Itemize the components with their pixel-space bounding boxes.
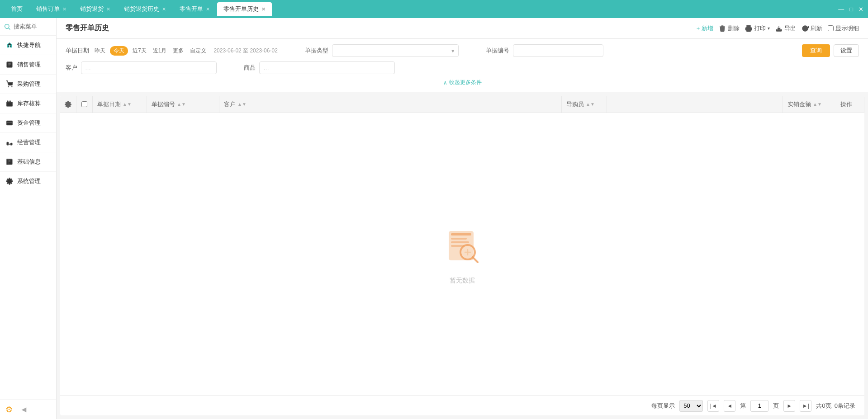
tab-label: 零售开单 [180,5,203,13]
sidebar-item-finance[interactable]: 资金管理 [0,113,56,133]
prev-page-btn[interactable]: ◄ [724,400,735,412]
first-page-btn[interactable]: |◄ [707,400,719,412]
svg-line-21 [473,257,478,262]
date-today[interactable]: 今天 [110,46,128,56]
tab-bar: 首页 销售订单 ✕ 销货退货 ✕ 销货退货历史 ✕ 零售开单 ✕ 零售开单历史 … [5,2,838,16]
delete-label: 删除 [728,24,740,33]
sidebar-item-label: 销售管理 [17,61,41,69]
sort-icon: ▲▼ [123,102,132,107]
date-range-display: 2023-06-02 至 2023-06-02 [213,47,277,55]
sidebar-item-management[interactable]: 经营管理 [0,133,56,152]
setting-button[interactable]: 设置 [834,44,859,57]
close-icon[interactable]: ✕ [106,6,110,12]
svg-rect-8 [6,121,12,125]
tab-sales-order[interactable]: 销售订单 ✕ [30,2,73,16]
query-button[interactable]: 查询 [802,44,830,57]
last-page-btn[interactable]: ►| [800,400,811,412]
bill-no-input[interactable] [513,44,603,57]
close-icon[interactable]: ✕ [162,6,166,12]
info-icon [5,158,14,166]
collapse-icon[interactable]: ◄ [20,405,28,414]
date-yesterday[interactable]: 昨天 [93,46,107,56]
select-all-checkbox[interactable] [81,101,87,107]
customer-label: 客户 [66,64,77,72]
close-icon[interactable]: ✕ [62,6,66,12]
refresh-label: 刷新 [811,24,822,33]
date-7days[interactable]: 近7天 [131,46,148,56]
sidebar-item-label: 快捷导航 [17,41,41,49]
goods-input[interactable]: … [259,61,395,74]
bill-type-select[interactable]: ▾ [332,44,459,57]
svg-point-5 [8,86,9,87]
th-customer-label: 客户 [224,100,236,108]
add-button[interactable]: + 新增 [697,24,713,33]
system-icon [5,177,14,185]
close-btn[interactable]: ✕ [859,6,863,13]
chevron-up-icon: ∧ [443,80,447,86]
date-1month[interactable]: 近1月 [151,46,169,56]
th-date[interactable]: 单据日期 ▲▼ [93,96,147,113]
customer-placeholder: … [85,65,91,71]
per-page-select[interactable]: 50 100 [679,400,703,412]
tab-home[interactable]: 首页 [5,2,29,16]
close-icon[interactable]: ✕ [206,6,210,12]
date-more[interactable]: 更多 [171,46,185,56]
sidebar-item-info[interactable]: 基础信息 [0,152,56,172]
th-guide[interactable]: 导购员 ▲▼ [562,96,607,113]
tab-sales-return-history[interactable]: 销货退货历史 ✕ [118,2,172,16]
bill-type-label: 单据类型 [305,47,328,55]
th-amount[interactable]: 实销金额 ▲▼ [783,96,828,113]
page-title: 零售开单历史 [66,24,109,33]
main-layout: 搜索菜单 快捷导航 销售管理 采购管理 库存核算 [0,18,868,419]
show-detail-label: 显示明细 [835,24,859,33]
th-checkbox[interactable] [76,96,93,113]
inventory-icon [5,99,14,108]
sidebar-item-quicknav[interactable]: 快捷导航 [0,36,56,55]
maximize-btn[interactable]: □ [849,6,853,13]
date-shortcuts: 昨天 今天 近7天 近1月 更多 自定义 [93,46,208,56]
export-button[interactable]: 导出 [775,24,796,33]
show-detail-checkbox[interactable]: 显示明细 [828,24,859,33]
date-custom[interactable]: 自定义 [188,46,208,56]
tab-retail-history[interactable]: 零售开单历史 ✕ [217,2,272,16]
customer-filter: 客户 … [66,61,217,74]
sales-icon [5,61,14,69]
th-customer[interactable]: 客户 ▲▼ [219,96,562,113]
svg-rect-12 [747,29,750,31]
export-label: 导出 [784,24,796,33]
delete-button[interactable]: 删除 [719,24,740,33]
show-detail-input[interactable] [828,25,834,31]
refresh-button[interactable]: 刷新 [802,24,822,33]
th-guide-label: 导购员 [566,100,584,108]
sidebar-item-sales[interactable]: 销售管理 [0,55,56,75]
print-dropdown-icon[interactable]: ▾ [768,26,770,31]
svg-point-6 [12,86,12,87]
next-page-btn[interactable]: ► [783,400,795,412]
tab-retail-order[interactable]: 零售开单 ✕ [173,2,216,16]
empty-state: 暂无数据 [60,113,864,395]
page-unit: 页 [773,402,779,410]
close-icon[interactable]: ✕ [261,6,266,12]
sidebar-item-system[interactable]: 系统管理 [0,172,56,191]
th-settings[interactable] [60,96,76,113]
empty-text: 暂无数据 [450,277,475,285]
sidebar-item-inventory[interactable]: 库存核算 [0,94,56,113]
sidebar-search[interactable]: 搜索菜单 [0,18,56,36]
print-button[interactable]: 打印 ▾ [745,24,770,33]
th-billno[interactable]: 单据编号 ▲▼ [147,96,219,113]
tab-sales-return[interactable]: 销货退货 ✕ [74,2,117,16]
svg-rect-3 [10,45,11,47]
sidebar-item-label: 系统管理 [17,177,41,185]
customer-input[interactable]: … [81,61,217,74]
window-controls: — □ ✕ [838,6,863,13]
minimize-btn[interactable]: — [838,6,844,13]
sidebar-item-purchase[interactable]: 采购管理 [0,75,56,94]
settings-icon[interactable]: ⚙ [5,405,13,414]
bill-no-filter: 单据编号 [486,44,603,57]
page-input[interactable] [750,400,768,412]
svg-rect-10 [7,159,8,165]
svg-rect-2 [7,45,9,47]
collapse-bar[interactable]: ∧ 收起更多条件 [66,79,859,86]
sidebar-item-label: 资金管理 [17,119,41,127]
goods-label: 商品 [244,64,256,72]
